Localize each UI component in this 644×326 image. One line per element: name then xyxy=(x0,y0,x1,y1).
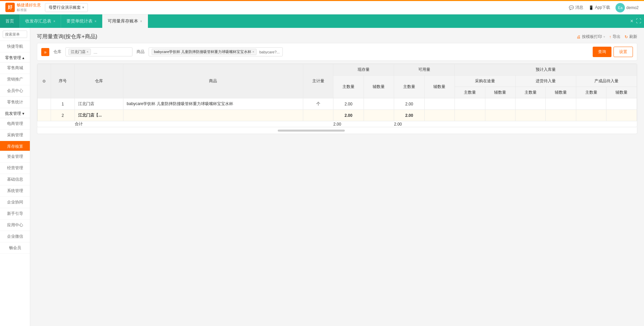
layout: 快捷导航 零售管理 ▲ 零售商城 营销推广 会员中心 零售统计 批发管理 ▼ 电… xyxy=(0,28,644,326)
cell-current-main-1: 2.00 xyxy=(333,98,364,110)
footer-avail-main: 2.00 xyxy=(394,121,424,127)
sidebar-item-retail-stats[interactable]: 零售统计 xyxy=(0,97,30,108)
cell-purchase-aux-1 xyxy=(485,98,515,110)
cell-incoming-aux-2 xyxy=(546,110,576,121)
search-input[interactable] xyxy=(3,31,27,38)
app-download-button[interactable]: 📱 App下载 xyxy=(589,5,610,10)
industry-label: 母婴行业演示账套 xyxy=(49,5,81,10)
chevron-icon-wholesale: ▼ xyxy=(22,112,25,115)
tab-available-inventory[interactable]: 可用量库存账本 × xyxy=(102,14,148,28)
fullscreen-icon[interactable]: ⛶ xyxy=(636,18,641,24)
sidebar-item-retail-mall[interactable]: 零售商城 xyxy=(0,62,30,74)
sidebar-item-member-vip[interactable]: 畅会员 xyxy=(0,242,30,254)
sidebar-item-new-guide[interactable]: 新手引导 xyxy=(0,208,30,220)
cell-no-1: 1 xyxy=(51,98,75,110)
cell-incoming-aux-1 xyxy=(546,98,576,110)
warehouse-dots[interactable]: ... xyxy=(94,49,98,55)
tab-home[interactable]: 首页 xyxy=(0,14,20,28)
cell-avail-aux-2 xyxy=(424,110,454,121)
tab-close-receivable[interactable]: × xyxy=(53,19,55,23)
sidebar-item-wholesale-mgmt[interactable]: 批发管理 ▼ xyxy=(0,108,30,118)
query-button[interactable]: 查询 xyxy=(593,47,611,57)
refresh-button[interactable]: ↻ 刷新 xyxy=(625,34,637,40)
filter-toggle-button[interactable]: » xyxy=(41,48,49,56)
top-bar-left: 好 畅捷通好生意 标准版 母婴行业演示账套 ▾ xyxy=(5,3,88,12)
cell-no-2: 2 xyxy=(51,110,75,121)
sidebar-item-retail-mgmt[interactable]: 零售管理 ▲ xyxy=(0,52,30,62)
sidebar-item-ecommerce-mgmt[interactable]: 电商管理 xyxy=(0,118,30,130)
cell-product-2 xyxy=(123,110,303,121)
close-all-tabs-icon[interactable]: × xyxy=(630,18,633,24)
user-profile[interactable]: Ea demo2 xyxy=(615,3,639,12)
col-forecast-in: 预计入库量 xyxy=(455,64,637,76)
col-finished-main: 主数量 xyxy=(576,87,606,98)
logo-sub: 标准版 xyxy=(17,8,41,12)
logo-text: 畅捷通好生意 xyxy=(17,3,41,7)
cell-avail-aux-1 xyxy=(424,98,454,110)
cell-purchase-main-1 xyxy=(455,98,485,110)
cell-product-1: babycare学饮杯 儿童防摔防撞吸管杯重力球吸嘴杯宝宝水杯 xyxy=(123,98,303,110)
footer-purchase-aux xyxy=(485,121,515,127)
footer-incoming-aux xyxy=(546,121,576,127)
col-unit: 主计量 xyxy=(303,64,333,98)
product-filter-input[interactable]: babycare学饮杯 儿童防摔防撞吸管杯重力球吸嘴杯宝宝水杯 × babyca… xyxy=(149,47,283,56)
sidebar-item-system-mgmt[interactable]: 系统管理 xyxy=(0,185,30,197)
footer-finished-aux xyxy=(606,121,637,127)
col-purchase-transit: 采购在途量 xyxy=(455,76,516,87)
col-current-stock: 现存量 xyxy=(333,64,394,76)
cell-finished-main-2 xyxy=(576,110,606,121)
print-icon: 🖨 xyxy=(577,35,581,39)
filter-actions: 查询 设置 xyxy=(593,47,633,57)
product-extra: babycare?... xyxy=(259,50,280,54)
cell-warehouse-1: 江北门店 xyxy=(75,98,123,110)
template-print-button[interactable]: 🖨 按模板打印 ▾ xyxy=(577,34,605,40)
col-finished-aux: 辅数量 xyxy=(606,87,637,98)
col-settings: ⚙ xyxy=(38,64,51,98)
sidebar-item-inventory-check[interactable]: 库存核算 xyxy=(0,141,30,151)
cell-current-aux-1 xyxy=(364,98,394,110)
sidebar-item-member-center[interactable]: 会员中心 xyxy=(0,85,30,97)
horizontal-scrollbar[interactable] xyxy=(278,130,345,132)
warehouse-tag-remove[interactable]: × xyxy=(87,50,89,54)
tab-close-order-stats[interactable]: × xyxy=(95,19,97,23)
sidebar-item-purchase-mgmt[interactable]: 采购管理 xyxy=(0,130,30,141)
industry-selector[interactable]: 母婴行业演示账套 ▾ xyxy=(45,3,88,12)
footer-unit xyxy=(303,121,333,127)
page-header: 可用量查询(按仓库+商品) 🖨 按模板打印 ▾ ↑ 导出 ↻ 刷新 xyxy=(30,28,644,43)
cell-avail-main-2: 2.00 xyxy=(394,110,424,121)
gear-icon[interactable]: ⚙ xyxy=(42,79,46,84)
message-button[interactable]: 💬 消息 xyxy=(569,5,583,10)
avatar: Ea xyxy=(615,3,625,12)
product-label: 商品 xyxy=(137,49,145,55)
footer-finished-main xyxy=(576,121,606,127)
sidebar-search-area xyxy=(0,28,30,41)
top-bar: 好 畅捷通好生意 标准版 母婴行业演示账套 ▾ 💬 消息 📱 App下载 Ea … xyxy=(0,1,644,14)
col-warehouse: 仓库 xyxy=(75,64,123,98)
sidebar-item-basic-info[interactable]: 基础信息 xyxy=(0,174,30,185)
cell-settings-2 xyxy=(38,110,51,121)
top-bar-right: 💬 消息 📱 App下载 Ea demo2 xyxy=(569,3,639,12)
sidebar-item-enterprise-wechat[interactable]: 企业微信 xyxy=(0,231,30,242)
sidebar: 快捷导航 零售管理 ▲ 零售商城 营销推广 会员中心 零售统计 批发管理 ▼ 电… xyxy=(0,28,30,326)
sidebar-item-app-center[interactable]: 应用中心 xyxy=(0,220,30,231)
tab-order-stats[interactable]: 要货单统计表 × xyxy=(61,14,102,28)
sidebar-item-finance-mgmt[interactable]: 资金管理 xyxy=(0,151,30,162)
sidebar-item-marketing[interactable]: 营销推广 xyxy=(0,74,30,85)
col-product: 商品 xyxy=(123,64,303,98)
cell-current-main-2: 2.00 xyxy=(333,110,364,121)
summary-row: 合计 2.00 2.00 xyxy=(38,121,637,127)
col-purchase-aux: 辅数量 xyxy=(485,87,515,98)
warehouse-filter-input[interactable]: 江北门店 × ... xyxy=(65,47,132,56)
setting-button[interactable]: 设置 xyxy=(613,47,633,57)
sidebar-item-enterprise-collab[interactable]: 企业协同 xyxy=(0,197,30,208)
cell-purchase-aux-2 xyxy=(485,110,515,121)
scrollbar-area xyxy=(37,127,637,134)
cell-finished-aux-1 xyxy=(606,98,637,110)
filter-area: » 仓库 江北门店 × ... 商品 babycare学饮杯 儿童防摔防撞吸管杯… xyxy=(37,43,637,61)
tab-close-available-inventory[interactable]: × xyxy=(140,19,142,23)
sidebar-item-operation-mgmt[interactable]: 经营管理 xyxy=(0,162,30,174)
sidebar-item-quick-nav[interactable]: 快捷导航 xyxy=(0,41,30,52)
product-tag-remove[interactable]: × xyxy=(252,50,254,54)
tab-receivable[interactable]: 收发存汇总表 × xyxy=(20,14,61,28)
export-button[interactable]: ↑ 导出 xyxy=(609,34,621,40)
